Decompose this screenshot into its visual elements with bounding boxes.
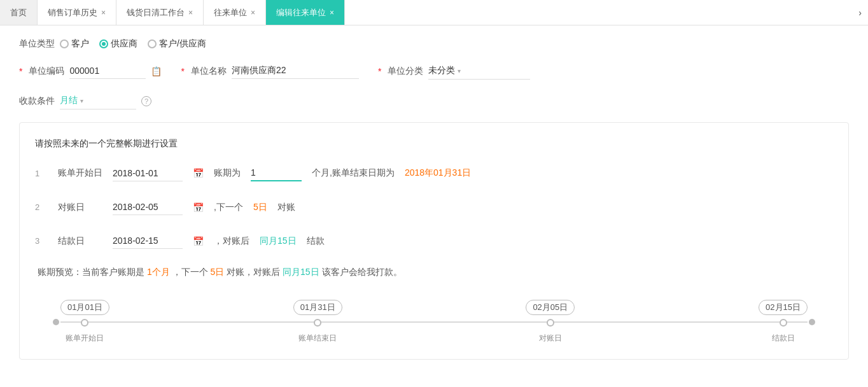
timeline: 01月01日 账单开始日 01月31日 账单结束日 02月05日 对账日 bbox=[60, 300, 808, 344]
radio-both-circle bbox=[148, 39, 157, 48]
tab-cashflow-close[interactable]: × bbox=[188, 9, 193, 17]
unit-name-input[interactable] bbox=[232, 63, 359, 79]
timeline-point-2: 02月05日 对账日 bbox=[526, 300, 575, 344]
timeline-label-1: 账单结束日 bbox=[298, 333, 337, 344]
tab-sales-history[interactable]: 销售订单历史 × bbox=[38, 0, 116, 25]
tab-edit-partner-label: 编辑往来单位 bbox=[276, 7, 326, 18]
preview-middle2: 对账，对账后 bbox=[227, 267, 280, 277]
unit-category-field: * 单位分类 未分类 ▾ bbox=[378, 62, 530, 80]
period-suffix: 个月,账单结束日期为 bbox=[312, 167, 395, 179]
tab-more-icon: › bbox=[858, 8, 862, 18]
period-end-date: 2018年01月31日 bbox=[405, 167, 471, 179]
preview-highlight1: 1个月 bbox=[147, 267, 170, 277]
radio-both[interactable]: 客户/供应商 bbox=[148, 38, 206, 50]
unit-category-chevron[interactable]: ▾ bbox=[458, 67, 461, 74]
reconcile-date-input[interactable] bbox=[113, 199, 183, 215]
unit-type-row: 单位类型 客户 供应商 客户/供应商 bbox=[19, 38, 849, 50]
tab-partners-close[interactable]: × bbox=[251, 9, 255, 17]
reconcile-date-cal-icon[interactable]: 📅 bbox=[193, 202, 204, 213]
unit-code-required: * bbox=[19, 66, 22, 76]
preview-prefix: 账期预览：当前客户账期是 bbox=[38, 267, 144, 277]
tab-home-label: 首页 bbox=[10, 7, 27, 18]
timeline-dot-1 bbox=[314, 319, 321, 327]
unit-info-row: * 单位编码 📋 * 单位名称 * 单位分类 未分类 ▾ bbox=[19, 62, 849, 80]
timeline-point-1: 01月31日 账单结束日 bbox=[293, 300, 342, 344]
payment-terms-label: 收款条件 bbox=[19, 95, 55, 107]
timeline-label-3: 结款日 bbox=[772, 333, 795, 344]
payment-desc-prefix: ，对账后 bbox=[214, 236, 249, 247]
timeline-dot-2 bbox=[547, 319, 554, 327]
row-label-3: 结款日 bbox=[58, 236, 102, 247]
payment-desc-highlight: 同月15日 bbox=[260, 236, 297, 247]
unit-name-field: * 单位名称 bbox=[181, 63, 358, 79]
row-num-1: 1 bbox=[35, 169, 48, 178]
tab-home[interactable]: 首页 bbox=[0, 0, 38, 25]
timeline-container: 01月01日 账单开始日 01月31日 账单结束日 02月05日 对账日 bbox=[35, 293, 833, 344]
row-num-2: 2 bbox=[35, 202, 48, 212]
radio-group: 客户 供应商 客户/供应商 bbox=[60, 38, 206, 50]
card-row-2: 2 对账日 📅 ,下一个 5日 对账 bbox=[35, 199, 833, 215]
start-date-input[interactable] bbox=[113, 165, 183, 181]
payment-desc-suffix: 结款 bbox=[307, 236, 325, 247]
preview-suffix: 该客户会给我打款。 bbox=[322, 267, 402, 277]
period-prefix: 账期为 bbox=[214, 167, 241, 179]
tab-edit-partner-close[interactable]: × bbox=[330, 9, 334, 17]
preview-highlight2: 5日 bbox=[210, 267, 224, 277]
tab-sales-history-label: 销售订单历史 bbox=[48, 7, 97, 18]
reconcile-desc-suffix: 对账 bbox=[277, 202, 295, 213]
unit-code-input[interactable] bbox=[69, 63, 146, 79]
radio-supplier-circle bbox=[99, 39, 108, 48]
main-content: 单位类型 客户 供应商 客户/供应商 * 单位编码 bbox=[0, 25, 868, 387]
settings-card: 请按照未来的一个完整帐期进行设置 1 账单开始日 📅 账期为 个月,账单结束日期… bbox=[19, 122, 849, 360]
card-title: 请按照未来的一个完整帐期进行设置 bbox=[35, 138, 833, 150]
period-input[interactable] bbox=[251, 165, 302, 181]
tab-bar: 首页 销售订单历史 × 钱货日清工作台 × 往来单位 × 编辑往来单位 × › bbox=[0, 0, 868, 25]
help-icon[interactable]: ? bbox=[141, 96, 151, 106]
preview-middle1: ，下一个 bbox=[172, 267, 208, 277]
payment-date-cal-icon[interactable]: 📅 bbox=[193, 236, 204, 246]
radio-both-label: 客户/供应商 bbox=[159, 38, 206, 50]
tab-cashflow[interactable]: 钱货日清工作台 × bbox=[116, 0, 204, 25]
timeline-end-dot bbox=[809, 319, 815, 325]
timeline-dot-3 bbox=[780, 319, 787, 327]
unit-code-copy-icon[interactable]: 📋 bbox=[151, 66, 162, 76]
tab-partners[interactable]: 往来单位 × bbox=[204, 0, 266, 25]
timeline-date-3: 02月15日 bbox=[759, 300, 808, 315]
unit-category-value: 未分类 bbox=[428, 65, 455, 76]
payment-terms-field: 收款条件 月结 ▾ ? bbox=[19, 92, 151, 109]
payment-terms-select[interactable]: 月结 ▾ bbox=[60, 92, 136, 109]
preview-section: 账期预览：当前客户账期是 1个月 ，下一个 5日 对账，对账后 同月15日 该客… bbox=[35, 267, 833, 278]
tab-sales-history-close[interactable]: × bbox=[101, 9, 106, 17]
unit-code-field: * 单位编码 📋 bbox=[19, 63, 162, 79]
preview-highlight3: 同月15日 bbox=[283, 267, 319, 277]
unit-category-label: 单位分类 bbox=[388, 66, 423, 77]
payment-terms-value: 月结 bbox=[60, 95, 78, 106]
radio-supplier[interactable]: 供应商 bbox=[99, 38, 137, 50]
unit-category-select[interactable]: 未分类 ▾ bbox=[428, 62, 530, 80]
unit-type-field: 单位类型 客户 供应商 客户/供应商 bbox=[19, 38, 206, 50]
radio-customer-label: 客户 bbox=[71, 38, 89, 50]
tab-cashflow-label: 钱货日清工作台 bbox=[127, 7, 185, 18]
timeline-dot-0 bbox=[81, 319, 88, 327]
start-date-cal-icon[interactable]: 📅 bbox=[193, 168, 204, 178]
card-row-3: 3 结款日 📅 ，对账后 同月15日 结款 bbox=[35, 233, 833, 249]
unit-name-required: * bbox=[181, 66, 184, 76]
payment-terms-chevron[interactable]: ▾ bbox=[80, 97, 83, 104]
payment-terms-row: 收款条件 月结 ▾ ? bbox=[19, 92, 849, 109]
timeline-date-2: 02月05日 bbox=[526, 300, 575, 315]
tab-more-button[interactable]: › bbox=[852, 0, 868, 25]
card-row-1: 1 账单开始日 📅 账期为 个月,账单结束日期为 2018年01月31日 bbox=[35, 165, 833, 181]
unit-name-label: 单位名称 bbox=[191, 66, 227, 77]
tab-partners-label: 往来单位 bbox=[214, 7, 247, 18]
timeline-start-dot bbox=[53, 319, 59, 325]
timeline-date-0: 01月01日 bbox=[60, 300, 109, 315]
payment-date-input[interactable] bbox=[113, 233, 183, 249]
radio-customer[interactable]: 客户 bbox=[60, 38, 89, 50]
unit-type-label: 单位类型 bbox=[19, 38, 55, 50]
row-label-1: 账单开始日 bbox=[58, 167, 102, 179]
row-num-3: 3 bbox=[35, 236, 48, 246]
timeline-date-1: 01月31日 bbox=[293, 300, 342, 315]
reconcile-desc-prefix: ,下一个 bbox=[214, 202, 243, 213]
radio-supplier-label: 供应商 bbox=[111, 38, 137, 50]
tab-edit-partner[interactable]: 编辑往来单位 × bbox=[266, 0, 345, 25]
